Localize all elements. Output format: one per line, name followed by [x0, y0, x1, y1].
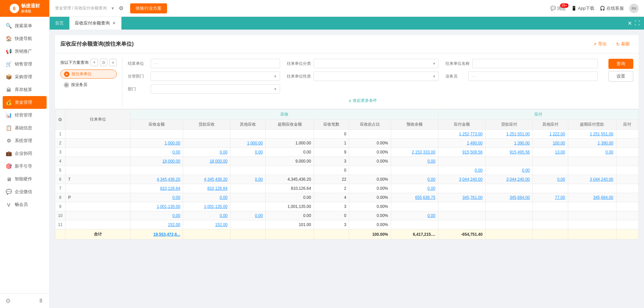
table-cell[interactable]: 0.00 — [183, 148, 230, 157]
scheme-by-salesman[interactable]: ⊙ 按业务员 — [60, 81, 117, 89]
table-cell[interactable]: 0.00 — [438, 166, 485, 175]
dept-input[interactable]: ▼ — [151, 72, 280, 81]
scheme-set-button[interactable]: ⊙ — [100, 59, 107, 66]
sidebar-item-快捷导航[interactable]: 🏠快捷导航 — [0, 32, 49, 45]
settlement-input[interactable]: ··· — [151, 59, 280, 68]
table-cell[interactable]: 1,490.00 — [438, 139, 485, 148]
sidebar-item-智能硬件[interactable]: 🖥智能硬件 — [0, 173, 49, 185]
export-button[interactable]: ↗ 导出 — [590, 40, 610, 48]
sidebar-item-基础信息[interactable]: 📋基础信息 — [0, 122, 49, 134]
category-input[interactable]: ▼ — [314, 59, 439, 68]
message-button[interactable]: 💬 消息 99+ — [550, 5, 566, 11]
table-cell[interactable]: 0.00 — [183, 193, 230, 202]
table-cell[interactable]: 345,684.00 — [485, 193, 533, 202]
table-cell[interactable]: 1,252,773.00 — [438, 130, 485, 139]
table-cell[interactable]: 100.00 — [533, 139, 568, 148]
table-cell[interactable]: 0.00 — [391, 157, 438, 166]
table-cell[interactable]: 0.00 — [230, 148, 266, 157]
sidebar-item-企业协同[interactable]: 💼企业协同 — [0, 147, 49, 160]
table-cell[interactable]: 3,044,240.00 — [568, 175, 616, 184]
sidebar-item-销售管理[interactable]: 🛒销售管理 — [0, 58, 49, 71]
table-container: ⚙ 往来单位 应收 应付 应收金额 贷款应收 其他应收 超期应收金额 应收笔数 … — [55, 109, 639, 239]
scheme-add-button[interactable]: + — [91, 59, 98, 66]
table-cell[interactable]: 345,684.00 — [568, 193, 616, 202]
customer-service-button[interactable]: 🎧 在线客服 — [600, 5, 624, 11]
table-cell[interactable]: 18,000.00 — [183, 157, 230, 166]
sidebar-collapse-icon[interactable]: ⏸ — [38, 297, 44, 304]
table-cell[interactable]: 0.00 — [130, 193, 183, 202]
table-row: 100.000.000.000.0000.00%0.00 — [55, 211, 639, 220]
table-cell[interactable]: 915,508.56 — [438, 148, 485, 157]
trial-button[interactable]: 体验行业方案 — [130, 3, 167, 13]
table-cell[interactable]: 1,000.00 — [130, 139, 183, 148]
table-cell[interactable]: 152.00 — [130, 220, 183, 229]
table-cell[interactable]: 2,153,333.00 — [391, 148, 438, 157]
window-expand-icon[interactable]: ⛶ — [635, 20, 640, 26]
nature-input[interactable]: ▼ — [314, 72, 439, 81]
window-close-icon[interactable]: ✕ — [628, 20, 632, 27]
table-cell[interactable]: 810,126.64 — [183, 184, 230, 193]
sidebar-item-畅会员[interactable]: V畅会员 — [0, 198, 49, 211]
table-cell[interactable]: 77.00 — [533, 193, 568, 202]
table-cell[interactable]: 0.00 — [130, 148, 183, 157]
salesman-input[interactable]: ··· — [468, 72, 598, 81]
table-cell[interactable]: 915,495.56 — [485, 148, 533, 157]
table-cell[interactable]: 345,761.00 — [438, 193, 485, 202]
scheme-left-button[interactable]: « — [109, 59, 117, 66]
footer-loan-ap — [485, 229, 533, 239]
table-cell[interactable]: 1,251,551.00 — [485, 130, 533, 139]
sidebar-item-资金管理[interactable]: 💰资金管理 — [3, 96, 47, 109]
table-cell[interactable]: 1,251,551.00 — [568, 130, 616, 139]
sidebar-item-系统管理[interactable]: ⚙系统管理 — [0, 134, 49, 147]
sidebar-item-新手引导[interactable]: 🎯新手引导 — [0, 160, 49, 173]
settings-button[interactable]: 设置 — [608, 71, 633, 82]
user-avatar[interactable]: Rit — [629, 4, 639, 13]
table-cell[interactable]: 18,000.00 — [130, 157, 183, 166]
table-gear-icon[interactable]: ⚙ — [58, 117, 62, 122]
table-cell[interactable]: 810,126.64 — [130, 184, 183, 193]
table-cell[interactable]: 3,044,240.00 — [438, 175, 485, 184]
sidebar-item-企业微信[interactable]: 💬企业微信 — [0, 185, 49, 198]
unitname-input[interactable] — [472, 59, 598, 68]
sidebar-item-经营管理[interactable]: 📊经营管理 — [0, 109, 49, 122]
table-cell[interactable]: 0.00 — [533, 175, 568, 184]
table-cell[interactable]: 1,390.00 — [485, 139, 533, 148]
category-label: 往来单位分类 — [287, 61, 311, 67]
table-cell[interactable]: 0.00 — [391, 211, 438, 220]
table-cell[interactable]: 0.00 — [568, 148, 616, 157]
sidebar-item-库存核算[interactable]: 🏛库存核算 — [0, 83, 49, 96]
table-cell[interactable]: 0.00 — [391, 184, 438, 193]
table-cell[interactable]: 655,636.75 — [391, 193, 438, 202]
department-input[interactable]: ▼ — [151, 84, 280, 94]
table-cell[interactable]: 152.00 — [183, 220, 230, 229]
tab-close-icon[interactable]: ✕ — [112, 21, 116, 26]
query-button[interactable]: 查询 — [608, 59, 633, 69]
table-cell[interactable]: 0.00 — [391, 175, 438, 184]
table-cell[interactable]: 0.00 — [485, 166, 533, 175]
footer-ar-total[interactable]: 19,553,472,6... — [130, 229, 183, 239]
table-cell[interactable]: 0.00 — [230, 175, 266, 184]
scheme-by-unit[interactable]: ⊕ 按往来单位 — [60, 70, 117, 79]
tab-ar-query[interactable]: 应收应付余额查询 ✕ — [69, 17, 121, 30]
sidebar-item-营销推广[interactable]: 📢营销推广 — [0, 45, 49, 58]
table-cell[interactable]: 1,222.00 — [533, 130, 568, 139]
sidebar-settings-icon[interactable]: ⚙ — [5, 297, 11, 305]
table-cell[interactable]: 3,044,240.00 — [485, 175, 533, 184]
table-cell[interactable]: 1,001,135.00 — [183, 202, 230, 211]
table-cell[interactable]: 0.00 — [130, 211, 183, 220]
header-gear-icon[interactable]: ⚙ — [119, 5, 123, 11]
sidebar-item-搜索菜单[interactable]: 🔍搜索菜单 — [0, 19, 49, 32]
table-cell[interactable]: 4,345,436.20 — [130, 175, 183, 184]
table-cell[interactable]: 4,345,436.20 — [183, 175, 230, 184]
table-cell[interactable]: 0.00 — [183, 211, 230, 220]
sidebar-item-采购管理[interactable]: 📦采购管理 — [0, 71, 49, 83]
table-cell[interactable]: 1,390.00 — [568, 139, 616, 148]
table-cell[interactable]: 1,000.00 — [230, 139, 266, 148]
tab-home[interactable]: 首页 — [50, 17, 69, 30]
collapse-button[interactable]: ∧ 收起更多条件 — [128, 96, 598, 105]
table-cell[interactable]: 1,001,135.00 — [130, 202, 183, 211]
refresh-button[interactable]: ↻ 刷新 — [613, 40, 633, 48]
table-cell[interactable]: 0.00 — [230, 211, 266, 220]
table-cell[interactable]: 13.00 — [533, 148, 568, 157]
app-download-button[interactable]: 📱 App下载 — [571, 5, 594, 11]
